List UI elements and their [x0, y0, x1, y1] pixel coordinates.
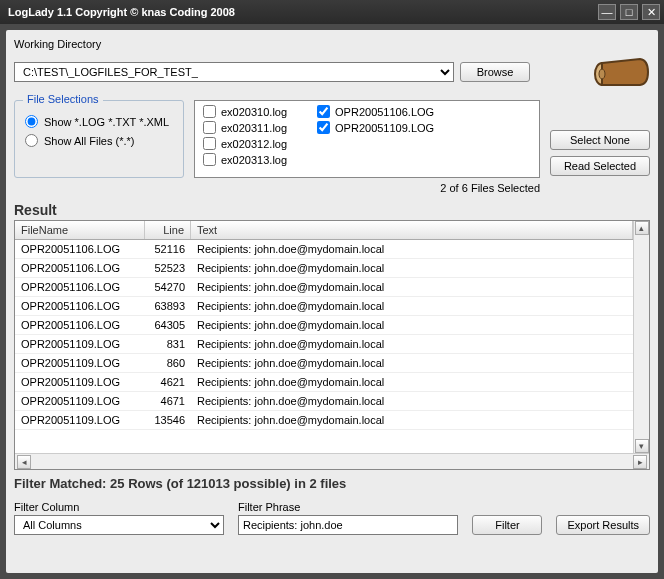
file-name: ex020313.log: [221, 154, 287, 166]
titlebar: LogLady 1.1 Copyright © knas Coding 2008…: [0, 0, 664, 24]
svg-point-1: [599, 69, 605, 79]
cell-filename: OPR20051106.LOG: [15, 240, 145, 258]
file-checkbox[interactable]: [203, 137, 216, 150]
col-filename[interactable]: FileName: [15, 221, 145, 239]
scroll-right-icon[interactable]: ▸: [633, 455, 647, 469]
cell-filename: OPR20051106.LOG: [15, 259, 145, 277]
table-row[interactable]: OPR20051106.LOG52116Recipients: john.doe…: [15, 240, 633, 259]
result-grid: FileName Line Text OPR20051106.LOG52116R…: [14, 220, 650, 470]
export-results-button[interactable]: Export Results: [556, 515, 650, 535]
table-row[interactable]: OPR20051106.LOG52523Recipients: john.doe…: [15, 259, 633, 278]
cell-text: Recipients: john.doe@mydomain.local: [191, 297, 633, 315]
cell-text: Recipients: john.doe@mydomain.local: [191, 316, 633, 334]
cell-line: 4621: [145, 373, 191, 391]
cell-line: 54270: [145, 278, 191, 296]
browse-button[interactable]: Browse: [460, 62, 530, 82]
cell-line: 13546: [145, 411, 191, 429]
file-item[interactable]: ex020310.log: [203, 105, 287, 118]
cell-line: 64305: [145, 316, 191, 334]
file-selections-legend: File Selections: [23, 93, 103, 105]
working-dir-label: Working Directory: [14, 38, 650, 50]
file-name: OPR20051109.LOG: [335, 122, 434, 134]
cell-line: 52523: [145, 259, 191, 277]
cell-text: Recipients: john.doe@mydomain.local: [191, 411, 633, 429]
selection-status: 2 of 6 Files Selected: [194, 182, 540, 194]
table-row[interactable]: OPR20051109.LOG13546Recipients: john.doe…: [15, 411, 633, 430]
cell-text: Recipients: john.doe@mydomain.local: [191, 335, 633, 353]
cell-filename: OPR20051109.LOG: [15, 335, 145, 353]
col-line[interactable]: Line: [145, 221, 191, 239]
file-item[interactable]: ex020312.log: [203, 137, 287, 150]
cell-filename: OPR20051109.LOG: [15, 411, 145, 429]
cell-text: Recipients: john.doe@mydomain.local: [191, 278, 633, 296]
file-selections-group: File Selections Show *.LOG *.TXT *.XML S…: [14, 100, 184, 178]
maximize-button[interactable]: □: [620, 4, 638, 20]
radio-filtered[interactable]: Show *.LOG *.TXT *.XML: [25, 115, 173, 128]
filter-column-select[interactable]: All Columns: [14, 515, 224, 535]
col-text[interactable]: Text: [191, 221, 633, 239]
radio-filtered-input[interactable]: [25, 115, 38, 128]
scroll-up-icon[interactable]: ▴: [635, 221, 649, 235]
file-name: ex020312.log: [221, 138, 287, 150]
log-icon: [590, 52, 650, 92]
cell-filename: OPR20051109.LOG: [15, 354, 145, 372]
scroll-left-icon[interactable]: ◂: [17, 455, 31, 469]
horizontal-scrollbar[interactable]: ◂ ▸: [15, 453, 649, 469]
radio-all[interactable]: Show All Files (*.*): [25, 134, 173, 147]
table-row[interactable]: OPR20051109.LOG4671Recipients: john.doe@…: [15, 392, 633, 411]
file-item[interactable]: OPR20051106.LOG: [317, 105, 434, 118]
file-item[interactable]: OPR20051109.LOG: [317, 121, 434, 134]
file-list[interactable]: ex020310.logex020311.logex020312.logex02…: [194, 100, 540, 178]
cell-text: Recipients: john.doe@mydomain.local: [191, 240, 633, 258]
file-checkbox[interactable]: [317, 105, 330, 118]
read-selected-button[interactable]: Read Selected: [550, 156, 650, 176]
radio-all-input[interactable]: [25, 134, 38, 147]
file-checkbox[interactable]: [317, 121, 330, 134]
table-row[interactable]: OPR20051109.LOG860Recipients: john.doe@m…: [15, 354, 633, 373]
table-row[interactable]: OPR20051106.LOG64305Recipients: john.doe…: [15, 316, 633, 335]
cell-filename: OPR20051106.LOG: [15, 297, 145, 315]
cell-filename: OPR20051106.LOG: [15, 278, 145, 296]
file-checkbox[interactable]: [203, 105, 216, 118]
cell-filename: OPR20051106.LOG: [15, 316, 145, 334]
scroll-down-icon[interactable]: ▾: [635, 439, 649, 453]
select-none-button[interactable]: Select None: [550, 130, 650, 150]
table-row[interactable]: OPR20051109.LOG4621Recipients: john.doe@…: [15, 373, 633, 392]
file-item[interactable]: ex020313.log: [203, 153, 287, 166]
cell-filename: OPR20051109.LOG: [15, 392, 145, 410]
cell-line: 52116: [145, 240, 191, 258]
vertical-scrollbar[interactable]: ▴ ▾: [633, 221, 649, 453]
filter-summary: Filter Matched: 25 Rows (of 121013 possi…: [14, 476, 650, 491]
grid-body[interactable]: OPR20051106.LOG52116Recipients: john.doe…: [15, 240, 633, 453]
filter-button[interactable]: Filter: [472, 515, 542, 535]
cell-text: Recipients: john.doe@mydomain.local: [191, 392, 633, 410]
working-dir-select[interactable]: C:\TEST\_LOGFILES_FOR_TEST_: [14, 62, 454, 82]
grid-header: FileName Line Text: [15, 221, 633, 240]
cell-filename: OPR20051109.LOG: [15, 373, 145, 391]
window-title: LogLady 1.1 Copyright © knas Coding 2008: [4, 6, 594, 18]
minimize-button[interactable]: —: [598, 4, 616, 20]
cell-text: Recipients: john.doe@mydomain.local: [191, 373, 633, 391]
result-label: Result: [14, 202, 650, 218]
cell-text: Recipients: john.doe@mydomain.local: [191, 354, 633, 372]
table-row[interactable]: OPR20051109.LOG831Recipients: john.doe@m…: [15, 335, 633, 354]
table-row[interactable]: OPR20051106.LOG63893Recipients: john.doe…: [15, 297, 633, 316]
cell-line: 4671: [145, 392, 191, 410]
cell-line: 860: [145, 354, 191, 372]
file-name: ex020311.log: [221, 122, 287, 134]
file-name: ex020310.log: [221, 106, 287, 118]
filter-phrase-label: Filter Phrase: [238, 501, 458, 513]
file-checkbox[interactable]: [203, 121, 216, 134]
file-item[interactable]: ex020311.log: [203, 121, 287, 134]
cell-line: 63893: [145, 297, 191, 315]
cell-text: Recipients: john.doe@mydomain.local: [191, 259, 633, 277]
table-row[interactable]: OPR20051106.LOG54270Recipients: john.doe…: [15, 278, 633, 297]
file-name: OPR20051106.LOG: [335, 106, 434, 118]
filter-phrase-input[interactable]: [238, 515, 458, 535]
cell-line: 831: [145, 335, 191, 353]
file-checkbox[interactable]: [203, 153, 216, 166]
filter-column-label: Filter Column: [14, 501, 224, 513]
close-button[interactable]: ✕: [642, 4, 660, 20]
client-area: Working Directory C:\TEST\_LOGFILES_FOR_…: [6, 30, 658, 573]
